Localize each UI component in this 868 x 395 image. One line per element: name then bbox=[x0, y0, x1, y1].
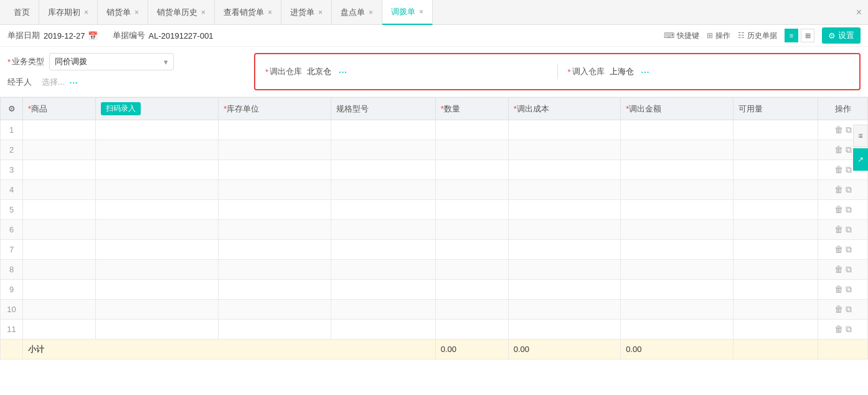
history-icon: ☷ bbox=[738, 31, 745, 40]
delete-icon[interactable]: 🗑 bbox=[834, 324, 843, 334]
form-left: * 业务类型 同价调拨 ▾ 经手人 选择... ··· bbox=[7, 53, 244, 88]
number-value: AL-20191227-001 bbox=[149, 31, 214, 40]
main-table: ⚙ *商品 扫码录入 *库存单位 规格型号 *数量 *调出成本 bbox=[0, 97, 868, 359]
delete-icon[interactable]: 🗑 bbox=[834, 204, 843, 214]
th-gear[interactable]: ⚙ bbox=[1, 98, 23, 120]
number-field: 单据编号 AL-20191227-001 bbox=[113, 30, 214, 41]
delete-icon[interactable]: 🗑 bbox=[834, 125, 843, 135]
copy-icon[interactable]: ⧉ bbox=[846, 324, 852, 334]
date-field: 单据日期 2019-12-27 📅 bbox=[7, 30, 98, 41]
out-warehouse-value[interactable]: 北京仓 bbox=[307, 66, 331, 77]
warehouse-box: * 调出仓库 北京仓 ··· * 调入仓库 上海仓 ··· bbox=[254, 53, 861, 90]
shortcut-action[interactable]: ⌨ 快捷键 bbox=[664, 31, 699, 41]
subtotal-cost: 0.00 bbox=[514, 345, 529, 354]
warehouse-divider bbox=[557, 64, 558, 79]
in-warehouse-field: * 调入仓库 上海仓 ··· bbox=[568, 66, 850, 77]
table-row: 8🗑⧉ bbox=[1, 260, 868, 280]
tab-sales-history-label: 销货单历史 bbox=[157, 7, 197, 18]
grid-view-btn[interactable]: ⊞ bbox=[801, 29, 814, 42]
handler-more-icon[interactable]: ··· bbox=[70, 78, 78, 87]
tab-home-label: 首页 bbox=[14, 7, 30, 18]
delete-icon[interactable]: 🗑 bbox=[834, 145, 843, 155]
copy-icon[interactable]: ⧉ bbox=[846, 164, 852, 174]
copy-icon[interactable]: ⧉ bbox=[846, 204, 852, 214]
history-action[interactable]: ☷ 历史单据 bbox=[738, 31, 777, 41]
header-area: 单据日期 2019-12-27 📅 单据编号 AL-20191227-001 ⌨… bbox=[0, 25, 868, 47]
operation-action[interactable]: ⊞ 操作 bbox=[707, 31, 730, 41]
tab-inventory-init[interactable]: 库存期初 × bbox=[39, 0, 98, 25]
list-view-btn[interactable]: ≡ bbox=[785, 29, 798, 42]
settings-label: 设置 bbox=[838, 30, 854, 41]
handler-label: 经手人 bbox=[7, 77, 32, 88]
th-product: *商品 bbox=[23, 98, 96, 120]
table-row: 1🗑⧉ bbox=[1, 120, 868, 140]
tab-view-sales-label: 查看销货单 bbox=[224, 7, 264, 18]
delete-icon[interactable]: 🗑 bbox=[834, 244, 843, 254]
calendar-icon[interactable]: 📅 bbox=[88, 31, 98, 40]
sidebar-list-btn[interactable]: ≡ bbox=[853, 125, 868, 147]
table-container: ⚙ *商品 扫码录入 *库存单位 规格型号 *数量 *调出成本 bbox=[0, 97, 868, 395]
shortcut-label: 快捷键 bbox=[677, 31, 699, 41]
tab-sales-order[interactable]: 销货单 × bbox=[98, 0, 148, 25]
copy-icon[interactable]: ⧉ bbox=[846, 224, 852, 234]
tab-inventory-init-label: 库存期初 bbox=[48, 7, 80, 18]
date-label: 单据日期 bbox=[7, 30, 40, 41]
out-warehouse-label: * 调出仓库 bbox=[265, 66, 302, 77]
tab-view-sales-close[interactable]: × bbox=[268, 8, 272, 17]
chevron-down-icon: ▾ bbox=[164, 57, 168, 67]
copy-icon[interactable]: ⧉ bbox=[846, 145, 852, 155]
tab-home[interactable]: 首页 bbox=[5, 0, 39, 25]
th-spec: 规格型号 bbox=[331, 98, 435, 120]
tab-transfer-order-label: 调拨单 bbox=[391, 6, 415, 17]
delete-icon[interactable]: 🗑 bbox=[834, 264, 843, 274]
tab-sales-history[interactable]: 销货单历史 × bbox=[148, 0, 215, 25]
business-type-value: 同价调拨 bbox=[55, 56, 87, 67]
copy-icon[interactable]: ⧉ bbox=[846, 184, 852, 194]
table-row: 3🗑⧉ bbox=[1, 160, 868, 180]
in-warehouse-more-icon[interactable]: ··· bbox=[641, 67, 650, 77]
tab-inventory-check[interactable]: 盘点单 × bbox=[332, 0, 382, 25]
delete-icon[interactable]: 🗑 bbox=[834, 284, 843, 294]
delete-icon[interactable]: 🗑 bbox=[834, 184, 843, 194]
tab-view-sales[interactable]: 查看销货单 × bbox=[215, 0, 281, 25]
main-layout: 单据日期 2019-12-27 📅 单据编号 AL-20191227-001 ⌨… bbox=[0, 25, 868, 395]
tab-bar: 首页 库存期初 × 销货单 × 销货单历史 × 查看销货单 × 进货单 × 盘点… bbox=[0, 0, 868, 25]
business-type-select[interactable]: 同价调拨 ▾ bbox=[49, 53, 174, 70]
th-qty: *数量 bbox=[435, 98, 508, 120]
number-label: 单据编号 bbox=[113, 30, 145, 41]
business-type-label: * 业务类型 bbox=[7, 56, 44, 67]
tab-sales-order-label: 销货单 bbox=[106, 7, 131, 18]
form-area: * 业务类型 同价调拨 ▾ 经手人 选择... ··· * bbox=[0, 47, 868, 97]
right-sidebar: ≡ ↗ bbox=[853, 0, 868, 395]
tab-transfer-order[interactable]: 调拨单 × bbox=[382, 0, 433, 25]
sidebar-export-btn[interactable]: ↗ bbox=[853, 148, 868, 171]
copy-icon[interactable]: ⧉ bbox=[846, 304, 852, 314]
tab-inventory-init-close[interactable]: × bbox=[84, 8, 88, 17]
copy-icon[interactable]: ⧉ bbox=[846, 244, 852, 254]
th-unit: *库存单位 bbox=[219, 98, 331, 120]
delete-icon[interactable]: 🗑 bbox=[834, 224, 843, 234]
tab-purchase-order[interactable]: 进货单 × bbox=[281, 0, 332, 25]
handler-row: 经手人 选择... ··· bbox=[7, 77, 244, 88]
out-warehouse-field: * 调出仓库 北京仓 ··· bbox=[265, 66, 547, 77]
table-row: 5🗑⧉ bbox=[1, 200, 868, 220]
tab-purchase-order-close[interactable]: × bbox=[318, 8, 323, 17]
subtotal-label: 小计 bbox=[28, 345, 44, 354]
tab-sales-history-close[interactable]: × bbox=[201, 8, 205, 17]
handler-input[interactable]: 选择... bbox=[42, 77, 65, 88]
tab-sales-order-close[interactable]: × bbox=[134, 8, 139, 17]
delete-icon[interactable]: 🗑 bbox=[834, 304, 843, 314]
copy-icon[interactable]: ⧉ bbox=[846, 125, 852, 135]
copy-icon[interactable]: ⧉ bbox=[846, 264, 852, 274]
copy-icon[interactable]: ⧉ bbox=[846, 284, 852, 294]
out-warehouse-more-icon[interactable]: ··· bbox=[339, 67, 347, 77]
tab-transfer-order-close[interactable]: × bbox=[419, 7, 423, 16]
tab-inventory-check-close[interactable]: × bbox=[369, 8, 373, 17]
in-warehouse-value[interactable]: 上海仓 bbox=[610, 66, 634, 77]
th-amount: *调出金额 bbox=[621, 98, 733, 120]
subtotal-row: 小计 0.00 0.00 0.00 bbox=[1, 340, 868, 359]
delete-icon[interactable]: 🗑 bbox=[834, 164, 843, 174]
table-row: 7🗑⧉ bbox=[1, 240, 868, 260]
table-row: 2🗑⧉ bbox=[1, 140, 868, 160]
scan-button[interactable]: 扫码录入 bbox=[101, 102, 141, 115]
